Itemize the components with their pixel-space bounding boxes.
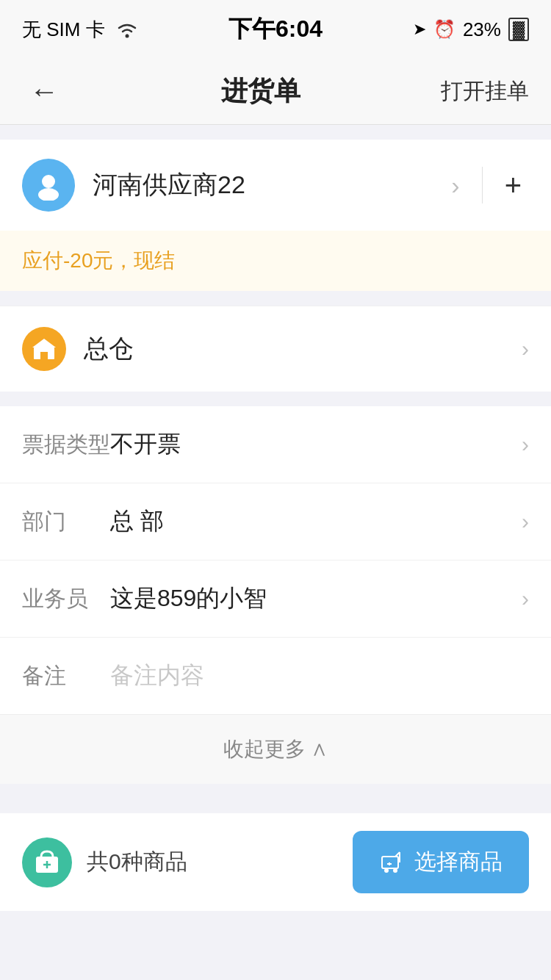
warehouse-name: 总仓 bbox=[84, 332, 522, 366]
svg-point-0 bbox=[125, 35, 129, 38]
cart-icon bbox=[379, 849, 406, 876]
section-gap-4 bbox=[0, 784, 551, 799]
alarm-icon: ⏰ bbox=[433, 19, 455, 40]
salesperson-row[interactable]: 业务员 这是859的小智 › bbox=[0, 560, 551, 637]
page-background bbox=[0, 911, 551, 980]
invoice-chevron-icon: › bbox=[522, 432, 529, 457]
wifi-icon bbox=[114, 19, 140, 40]
department-row[interactable]: 部门 总 部 › bbox=[0, 483, 551, 560]
user-icon bbox=[33, 170, 64, 201]
remark-row[interactable]: 备注 备注内容 bbox=[0, 637, 551, 714]
svg-point-13 bbox=[393, 868, 397, 873]
product-count: 共0种商品 bbox=[87, 847, 353, 877]
status-time: 下午6:04 bbox=[228, 13, 323, 46]
salesperson-value: 这是859的小智 bbox=[110, 583, 522, 615]
supplier-row[interactable]: 河南供应商22 › + bbox=[0, 140, 551, 231]
warehouse-icon bbox=[31, 336, 57, 362]
supplier-avatar bbox=[22, 159, 75, 212]
department-value: 总 部 bbox=[110, 505, 522, 538]
page-title: 进货单 bbox=[221, 73, 300, 109]
invoice-type-row[interactable]: 票据类型 不开票 › bbox=[0, 406, 551, 483]
fields-section: 票据类型 不开票 › 部门 总 部 › 业务员 这是859的小智 › 备注 备注… bbox=[0, 406, 551, 784]
carrier-text: 无 SIM 卡 bbox=[22, 17, 105, 43]
supplier-section: 河南供应商22 › + 应付-20元，现结 bbox=[0, 140, 551, 291]
section-gap-1 bbox=[0, 125, 551, 140]
warehouse-row[interactable]: 总仓 › bbox=[0, 306, 551, 392]
invoice-type-label: 票据类型 bbox=[22, 430, 110, 460]
invoice-type-value: 不开票 bbox=[110, 428, 522, 461]
salesperson-chevron-icon: › bbox=[522, 586, 529, 611]
notice-text: 应付-20元，现结 bbox=[22, 249, 175, 272]
battery-text: 23% bbox=[463, 18, 501, 41]
location-icon: ➤ bbox=[413, 20, 426, 39]
remark-label: 备注 bbox=[22, 661, 110, 691]
svg-marker-4 bbox=[32, 339, 56, 347]
supplier-chevron-icon: › bbox=[451, 171, 459, 200]
add-supplier-button[interactable]: + bbox=[497, 169, 529, 202]
warehouse-chevron-icon: › bbox=[522, 336, 529, 361]
status-indicators: ➤ ⏰ 23% ▓ bbox=[413, 18, 529, 41]
notice-bar: 应付-20元，现结 bbox=[0, 231, 551, 291]
section-gap-2 bbox=[0, 291, 551, 306]
svg-point-1 bbox=[42, 175, 55, 188]
open-pending-button[interactable]: 打开挂单 bbox=[441, 76, 529, 107]
warehouse-icon-wrap bbox=[22, 327, 66, 371]
status-bar: 无 SIM 卡 下午6:04 ➤ ⏰ 23% ▓ bbox=[0, 0, 551, 59]
supplier-name: 河南供应商22 bbox=[93, 168, 451, 202]
svg-point-12 bbox=[384, 868, 389, 873]
collapse-label: 收起更多 ∧ bbox=[223, 738, 328, 760]
select-btn-label: 选择商品 bbox=[414, 847, 503, 877]
product-icon bbox=[32, 848, 62, 877]
svg-rect-5 bbox=[40, 352, 48, 359]
collapse-button[interactable]: 收起更多 ∧ bbox=[0, 714, 551, 784]
back-button[interactable]: ← bbox=[22, 68, 81, 115]
status-carrier: 无 SIM 卡 bbox=[22, 17, 140, 43]
svg-point-2 bbox=[38, 188, 59, 201]
product-icon-wrap bbox=[22, 837, 72, 887]
salesperson-label: 业务员 bbox=[22, 584, 110, 614]
department-chevron-icon: › bbox=[522, 509, 529, 534]
product-section: 共0种商品 选择商品 bbox=[0, 813, 551, 911]
department-label: 部门 bbox=[22, 507, 110, 537]
nav-bar: ← 进货单 打开挂单 bbox=[0, 59, 551, 125]
battery-icon: ▓ bbox=[508, 18, 529, 41]
divider bbox=[482, 167, 483, 203]
remark-input[interactable]: 备注内容 bbox=[110, 660, 529, 692]
section-gap-3 bbox=[0, 392, 551, 406]
select-product-button[interactable]: 选择商品 bbox=[353, 831, 529, 893]
